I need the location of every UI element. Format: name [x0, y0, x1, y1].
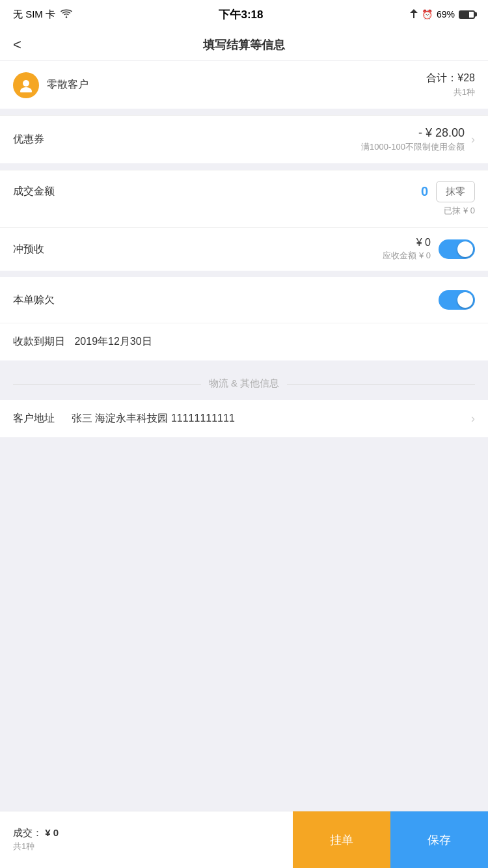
- status-left: 无 SIM 卡: [13, 8, 72, 21]
- prepay-amount: ¥ 0: [383, 237, 431, 249]
- status-time: 下午3:18: [219, 7, 263, 22]
- address-card[interactable]: 客户地址 张三 海淀永丰科技园 11111111111 ›: [0, 400, 488, 437]
- discount-desc: 满1000-100不限制使用金额: [361, 141, 465, 153]
- discount-amount: - ¥ 28.00: [361, 126, 465, 140]
- chevron-right-icon: ›: [471, 133, 475, 146]
- prepay-right: ¥ 0 应收金额 ¥ 0: [383, 237, 475, 262]
- deal-right-top: 0 抹零: [409, 181, 475, 202]
- svg-point-2: [20, 87, 32, 92]
- bottom-deal-label: 成交：: [13, 827, 42, 838]
- content-area: 零散客户 合计：¥28 共1种 优惠券 - ¥ 28.00 满1000-100不…: [0, 61, 488, 502]
- svg-point-1: [23, 80, 29, 87]
- signal-label: 无 SIM 卡: [13, 8, 55, 21]
- due-date-value: 2019年12月30日: [74, 336, 152, 347]
- bottom-deal-row: 成交： ¥ 0: [13, 827, 280, 839]
- deal-sub-text: 已抹 ¥ 0: [13, 205, 475, 217]
- customer-row: 零散客户 合计：¥28 共1种: [0, 61, 488, 109]
- deal-amount-card: 成交金额 0 抹零 已抹 ¥ 0 冲预收 ¥ 0 应收金额 ¥ 0: [0, 170, 488, 271]
- status-right: ⏰ 69%: [410, 9, 475, 20]
- bottom-count-label: 共1种: [13, 841, 280, 852]
- address-row[interactable]: 客户地址 张三 海淀永丰科技园 11111111111 ›: [0, 400, 488, 437]
- credit-row: 本单赊欠: [0, 277, 488, 323]
- due-date-row[interactable]: 收款到期日 2019年12月30日: [0, 323, 488, 360]
- prepay-label: 冲预收: [13, 243, 44, 256]
- prepay-row: 冲预收 ¥ 0 应收金额 ¥ 0: [0, 227, 488, 271]
- bottom-deal-amount: ¥ 0: [45, 827, 59, 838]
- back-button[interactable]: <: [13, 36, 21, 53]
- customer-avatar: [13, 72, 39, 98]
- svg-point-0: [66, 16, 67, 18]
- battery-label: 69%: [437, 9, 455, 20]
- toggle-thumb: [457, 241, 473, 257]
- credit-label: 本单赊欠: [13, 293, 55, 307]
- save-button[interactable]: 保存: [390, 811, 488, 869]
- total-count-label: 共1种: [426, 87, 475, 98]
- address-label: 客户地址: [13, 412, 59, 426]
- logistics-label: 物流 & 其他信息: [209, 377, 279, 388]
- status-bar: 无 SIM 卡 下午3:18 ⏰ 69%: [0, 0, 488, 29]
- alarm-icon: ⏰: [422, 9, 433, 20]
- wifi-icon: [61, 9, 72, 20]
- discount-card[interactable]: 优惠券 - ¥ 28.00 满1000-100不限制使用金额 ›: [0, 115, 488, 163]
- deal-amount-row: 成交金额 0 抹零 已抹 ¥ 0: [0, 170, 488, 227]
- prepay-top: 冲预收 ¥ 0 应收金额 ¥ 0: [13, 237, 475, 262]
- customer-total: 合计：¥28 共1种: [426, 72, 475, 98]
- deal-amount-value[interactable]: 0: [409, 184, 428, 199]
- customer-card: 零散客户 合计：¥28 共1种: [0, 61, 488, 109]
- discount-row[interactable]: 优惠券 - ¥ 28.00 满1000-100不限制使用金额 ›: [0, 115, 488, 163]
- customer-name: 零散客户: [47, 78, 88, 92]
- credit-toggle-thumb: [457, 292, 473, 308]
- address-chevron-icon: ›: [471, 412, 475, 426]
- prepay-sub: 应收金额 ¥ 0: [383, 250, 431, 262]
- location-icon: [410, 9, 418, 20]
- bottom-bar: 成交： ¥ 0 共1种 挂单 保存: [0, 811, 488, 868]
- battery-icon: [459, 10, 475, 19]
- discount-right: - ¥ 28.00 满1000-100不限制使用金额 ›: [65, 126, 475, 153]
- logistics-section-header: 物流 & 其他信息: [0, 367, 488, 400]
- customer-left: 零散客户: [13, 72, 88, 98]
- discount-value: - ¥ 28.00 满1000-100不限制使用金额: [361, 126, 465, 153]
- address-value: 张三 海淀永丰科技园 11111111111: [72, 412, 458, 426]
- prepay-toggle[interactable]: [439, 239, 475, 259]
- credit-toggle[interactable]: [439, 290, 475, 310]
- deal-top: 成交金额 0 抹零: [13, 181, 475, 202]
- logistics-text-wrap: 物流 & 其他信息: [201, 377, 287, 390]
- hang-order-button[interactable]: 挂单: [293, 811, 390, 869]
- credit-card: 本单赊欠 收款到期日 2019年12月30日: [0, 277, 488, 360]
- due-date-label: 收款到期日: [13, 336, 65, 347]
- bottom-info: 成交： ¥ 0 共1种: [0, 827, 293, 852]
- round-zero-button[interactable]: 抹零: [436, 181, 475, 202]
- nav-bar: < 填写结算等信息: [0, 29, 488, 61]
- discount-label: 优惠券: [13, 133, 65, 146]
- nav-title: 填写结算等信息: [203, 37, 285, 53]
- prepay-amount-col: ¥ 0 应收金额 ¥ 0: [383, 237, 431, 262]
- deal-amount-label: 成交金额: [13, 185, 55, 198]
- total-amount-label: 合计：¥28: [426, 72, 475, 85]
